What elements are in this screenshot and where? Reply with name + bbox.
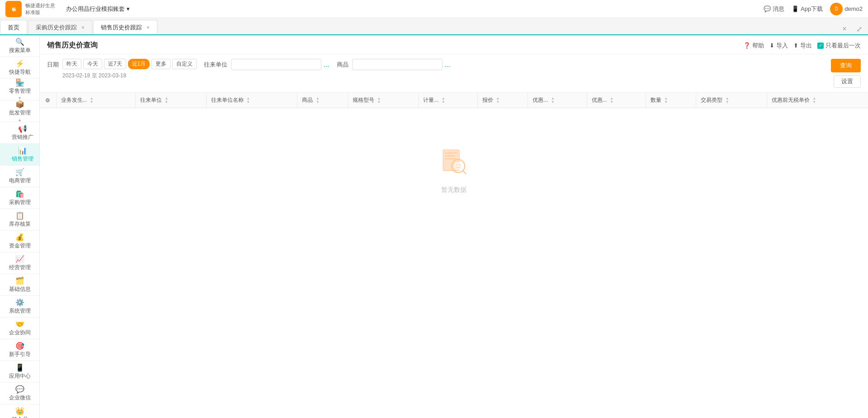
tab-home[interactable]: 首页 (0, 20, 27, 34)
date-btn-more[interactable]: 更多 (151, 59, 170, 69)
message-label: 消息 (773, 5, 784, 13)
basicinfo-icon: 🗂️ (15, 276, 24, 285)
counterpart-input[interactable] (231, 59, 321, 70)
tab-home-label: 首页 (8, 24, 19, 32)
sort-icons: ▲▼ (726, 97, 729, 104)
wechat-icon: 💬 (15, 385, 24, 394)
th-unit[interactable]: 计量... ▲▼ (419, 93, 477, 108)
sidebar-item-appcenter[interactable]: 📱 应用中心 (0, 361, 39, 383)
sidebar-item-inventory[interactable]: 📋 库存核算 (0, 209, 39, 231)
topbar-left: 畅 畅捷通好生意 标准版 办公用品行业模拟账套 ▾ (5, 1, 130, 17)
tab-sales-label: 销售历史价跟踪 (101, 24, 142, 32)
settings-button[interactable]: 设置 (834, 75, 861, 88)
expand-button[interactable]: ⤢ (854, 24, 864, 34)
sidebar-item-search[interactable]: 🔍 搜索菜单 (0, 35, 39, 57)
tabbar: 首页 采购历史价跟踪 × 销售历史价跟踪 × × ⤢ (0, 18, 868, 35)
import-button[interactable]: ⬇ 导入 (769, 42, 788, 50)
tab-sales-close[interactable]: × (146, 24, 150, 31)
counterpart-filter-group: 往来单位 ... (204, 59, 329, 70)
sales-icon: 📊 (18, 146, 27, 155)
query-button[interactable]: 查询 (831, 59, 861, 72)
user-profile[interactable]: D demo2 (830, 3, 863, 15)
th-trade-type[interactable]: 交易类型 ▲▼ (696, 93, 767, 108)
download-icon: 📱 (792, 5, 799, 12)
counterpart-picker-button[interactable]: ... (323, 61, 329, 69)
sidebar-item-wechat[interactable]: 💬 企业微信 (0, 383, 39, 404)
only-last-checkbox[interactable] (817, 43, 824, 49)
topbar: 畅 畅捷通好生意 标准版 办公用品行业模拟账套 ▾ 💬 消息 📱 App下载 D… (0, 0, 868, 18)
date-filter-group: 日期 昨天 今天 近7天 近1月 更多 自定义 2023-02-18 至 202… (47, 59, 197, 80)
th-spec[interactable]: 规格型号 ▲▼ (348, 93, 419, 108)
import-icon: ⬇ (769, 42, 774, 49)
sidebar-item-enterprise[interactable]: 🤝 企业协同 (0, 318, 39, 339)
guide-icon: 🎯 (15, 342, 24, 350)
sidebar-sales-label: 销售管理 (12, 156, 33, 163)
help-button[interactable]: ❓ 帮助 (743, 42, 764, 50)
sidebar-retail-label: 零售管理 (9, 88, 31, 95)
th-biz-date[interactable]: 业务发生... ▲▼ (56, 93, 135, 108)
product-picker-button[interactable]: ... (444, 61, 450, 69)
sort-icons: ▲▼ (90, 97, 94, 104)
sidebar-item-shortcut[interactable]: ⚡ 快捷导航 (0, 57, 39, 79)
sort-icons: ▲▼ (496, 97, 500, 104)
sidebar-item-purchase[interactable]: 🛍️ 采购管理 (0, 187, 39, 209)
page-container: 销售历史价查询 ❓ 帮助 ⬇ 导入 ⬆ 导出 (40, 35, 868, 418)
sidebar-appcenter-label: 应用中心 (9, 373, 31, 380)
ecommerce-icon: 🛒 (15, 168, 24, 176)
sidebar-guide-label: 新手引导 (9, 351, 31, 358)
product-label: 商品 (337, 61, 349, 69)
svg-point-7 (454, 162, 462, 170)
page-actions: ❓ 帮助 ⬇ 导入 ⬆ 导出 只看最后一次 (743, 42, 861, 50)
account-dropdown[interactable]: 办公用品行业模拟账套 ▾ (66, 5, 130, 13)
sidebar-item-system[interactable]: ⚙️ 系统管理 (0, 296, 39, 318)
sort-icons: ▲▼ (442, 97, 445, 104)
sidebar-member-label: 畅会员 (12, 416, 28, 418)
sidebar-enterprise-label: 企业协同 (9, 329, 31, 337)
tab-sales[interactable]: 销售历史价跟踪 × (93, 20, 157, 34)
sidebar-item-ecommerce[interactable]: 🛒 电商管理 (0, 166, 39, 187)
date-btn-today[interactable]: 今天 (83, 59, 102, 69)
counterpart-label: 往来单位 (204, 61, 227, 69)
sidebar-item-operations[interactable]: 📈 经营管理 (0, 252, 39, 274)
sidebar-item-basicinfo[interactable]: 🗂️ 基础信息 (0, 274, 39, 296)
th-counterpart-name[interactable]: 往来单位名称 ▲▼ (206, 93, 297, 108)
sidebar-item-sales[interactable]: 📊 销售管理 (0, 144, 39, 166)
date-btn-last1m[interactable]: 近1月 (128, 59, 150, 69)
th-counterpart[interactable]: 往来单位 ▲▼ (135, 93, 206, 108)
date-range-display: 2023-02-18 至 2023-03-18 (62, 72, 197, 80)
topbar-right: 💬 消息 📱 App下载 D demo2 (764, 3, 863, 15)
sidebar-item-marketing[interactable]: 📢 营销推广 (0, 122, 39, 144)
sidebar-item-wholesale[interactable]: 📦 批发管理 ▴ (0, 100, 39, 122)
message-button[interactable]: 💬 消息 (764, 5, 784, 13)
sidebar-item-member[interactable]: 👑 畅会员 (0, 404, 39, 418)
inventory-icon: 📋 (15, 211, 24, 220)
th-pre-tax-price[interactable]: 优惠前无税单价 ▲▼ (767, 93, 868, 108)
sidebar-wholesale-label: 批发管理 (9, 109, 31, 117)
date-btn-custom[interactable]: 自定义 (172, 59, 197, 69)
data-table: ⚙ 业务发生... ▲▼ 往来单位 ▲▼ 往来单位名称 (40, 93, 868, 108)
export-button[interactable]: ⬆ 导出 (793, 42, 812, 50)
product-input[interactable] (352, 59, 443, 70)
date-btn-last7[interactable]: 近7天 (104, 59, 126, 69)
close-all-tabs-button[interactable]: × (839, 24, 850, 34)
date-btn-yesterday[interactable]: 昨天 (62, 59, 81, 69)
sidebar-item-finance[interactable]: 💰 资金管理 (0, 231, 39, 252)
th-discount2[interactable]: 优惠... ▲▼ (587, 93, 646, 108)
filter-bar: 日期 昨天 今天 近7天 近1月 更多 自定义 2023-02-18 至 202… (40, 54, 868, 93)
svg-rect-5 (445, 158, 457, 159)
app-download-button[interactable]: 📱 App下载 (792, 5, 823, 13)
sidebar-item-guide[interactable]: 🎯 新手引导 (0, 339, 39, 361)
th-discount1[interactable]: 优惠... ▲▼ (528, 93, 587, 108)
th-quote[interactable]: 报价 ▲▼ (477, 93, 528, 108)
svg-text:畅: 畅 (12, 7, 16, 11)
th-qty[interactable]: 数量 ▲▼ (646, 93, 696, 108)
sidebar-system-label: 系统管理 (9, 308, 31, 315)
sidebar-ecommerce-label: 电商管理 (9, 177, 31, 185)
only-last-checkbox-wrapper[interactable]: 只看最后一次 (817, 42, 861, 50)
tab-purchase-close[interactable]: × (81, 24, 85, 31)
purchase-icon: 🛍️ (15, 190, 24, 198)
sidebar-item-retail[interactable]: 🏪 零售管理 ▾ (0, 79, 39, 100)
th-gear[interactable]: ⚙ (40, 93, 56, 108)
th-product[interactable]: 商品 ▲▼ (297, 93, 348, 108)
tab-purchase[interactable]: 采购历史价跟踪 × (28, 20, 92, 34)
